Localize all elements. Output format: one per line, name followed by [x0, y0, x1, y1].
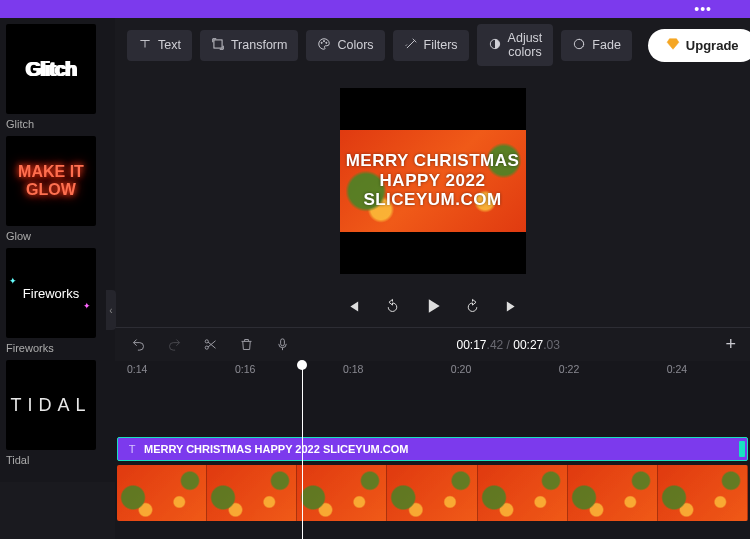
ruler-tick: 0:16 [235, 363, 255, 375]
svg-point-5 [575, 39, 584, 48]
chevron-left-icon: ‹ [109, 305, 112, 316]
clip-toolbar: Text Transform Colors Filters Adjust col… [115, 18, 750, 62]
svg-rect-0 [214, 39, 222, 47]
text-icon: T [126, 443, 138, 455]
sidebar-item-label: Glitch [6, 118, 109, 130]
app-titlebar: ••• [0, 0, 750, 18]
sidebar-item-label: Glow [6, 230, 109, 242]
svg-point-3 [326, 42, 327, 43]
current-time-frac: .42 [487, 338, 504, 352]
button-label: Fade [592, 38, 621, 52]
filters-button[interactable]: Filters [393, 30, 469, 61]
button-label: Filters [424, 38, 458, 52]
sidebar-item-glow[interactable]: MAKE IT GLOW Glow [6, 136, 109, 242]
voiceover-button[interactable] [273, 336, 291, 354]
skip-start-button[interactable] [342, 295, 364, 317]
video-thumbnail [117, 465, 207, 521]
timeline-ruler[interactable]: 0:14 0:16 0:18 0:20 0:22 0:24 [115, 361, 750, 379]
button-label: Colors [337, 38, 373, 52]
button-label: Adjust colors [508, 31, 543, 59]
timecode-display: 00:17.42 / 00:27.03 [309, 338, 707, 352]
time-separator: / [503, 338, 513, 352]
video-thumbnail [387, 465, 477, 521]
glow-preview-text: MAKE IT GLOW [18, 163, 84, 198]
button-label: Transform [231, 38, 288, 52]
playback-controls [115, 285, 750, 327]
clip-label: MERRY CHRISTMAS HAPPY 2022 SLICEYUM.COM [144, 443, 408, 455]
more-menu-button[interactable]: ••• [694, 1, 712, 17]
rewind-button[interactable] [382, 295, 404, 317]
text-button[interactable]: Text [127, 30, 192, 61]
wand-icon [404, 37, 418, 54]
diamond-icon [666, 37, 680, 54]
text-icon [138, 37, 152, 54]
transform-icon [211, 37, 225, 54]
palette-icon [317, 37, 331, 54]
forward-button[interactable] [462, 295, 484, 317]
colors-button[interactable]: Colors [306, 30, 384, 61]
video-thumbnail [297, 465, 387, 521]
fade-button[interactable]: Fade [561, 30, 632, 61]
tidal-preview-text: TIDAL [10, 395, 91, 416]
ruler-tick: 0:22 [559, 363, 579, 375]
timeline-toolbar: 00:17.42 / 00:27.03 + [115, 327, 750, 361]
video-preview[interactable]: MERRY CHRISTMAS HAPPY 2022 SLICEYUM.COM [340, 88, 526, 274]
svg-point-1 [322, 42, 323, 43]
undo-button[interactable] [129, 336, 147, 354]
glitch-preview-text: Glitch [26, 58, 77, 81]
ruler-tick: 0:20 [451, 363, 471, 375]
clip-resize-handle[interactable] [739, 441, 745, 457]
fade-icon [572, 37, 586, 54]
total-time-frac: .03 [543, 338, 560, 352]
add-track-button[interactable]: + [725, 334, 736, 355]
preview-overlay-text: MERRY CHRISTMAS HAPPY 2022 SLICEYUM.COM [342, 151, 524, 210]
redo-button[interactable] [165, 336, 183, 354]
playhead[interactable] [302, 361, 304, 539]
timeline[interactable]: 0:14 0:16 0:18 0:20 0:22 0:24 T MERRY CH… [115, 361, 750, 539]
sidebar-item-fireworks[interactable]: Fireworks Fireworks [6, 248, 109, 354]
sidebar-item-tidal[interactable]: TIDAL Tidal [6, 360, 109, 466]
video-thumbnail [568, 465, 658, 521]
current-time: 00:17 [457, 338, 487, 352]
text-track: T MERRY CHRISTMAS HAPPY 2022 SLICEYUM.CO… [117, 437, 748, 461]
video-thumbnail [478, 465, 568, 521]
transform-button[interactable]: Transform [200, 30, 299, 61]
video-clip[interactable] [117, 465, 748, 521]
ruler-tick: 0:18 [343, 363, 363, 375]
video-thumbnail [658, 465, 748, 521]
svg-rect-8 [280, 339, 284, 346]
button-label: Text [158, 38, 181, 52]
preview-canvas-area: MERRY CHRISTMAS HAPPY 2022 SLICEYUM.COM [115, 62, 750, 285]
button-label: Upgrade [686, 38, 739, 53]
total-time: 00:27 [513, 338, 543, 352]
video-thumbnail [207, 465, 297, 521]
delete-button[interactable] [237, 336, 255, 354]
contrast-icon [488, 37, 502, 54]
text-clip[interactable]: T MERRY CHRISTMAS HAPPY 2022 SLICEYUM.CO… [117, 437, 748, 461]
sidebar-item-label: Tidal [6, 454, 109, 466]
effects-sidebar: Glitch Glitch MAKE IT GLOW Glow Firework… [0, 18, 115, 482]
video-track [117, 465, 748, 521]
fireworks-preview-text: Fireworks [23, 286, 79, 301]
ruler-tick: 0:14 [127, 363, 147, 375]
ruler-tick: 0:24 [667, 363, 687, 375]
svg-point-2 [324, 40, 325, 41]
sidebar-collapse-handle[interactable]: ‹ [106, 290, 116, 330]
skip-end-button[interactable] [502, 295, 524, 317]
play-button[interactable] [422, 295, 444, 317]
adjust-colors-button[interactable]: Adjust colors [477, 24, 554, 66]
upgrade-button[interactable]: Upgrade [648, 29, 750, 62]
split-button[interactable] [201, 336, 219, 354]
sidebar-item-label: Fireworks [6, 342, 109, 354]
sidebar-item-glitch[interactable]: Glitch Glitch [6, 24, 109, 130]
